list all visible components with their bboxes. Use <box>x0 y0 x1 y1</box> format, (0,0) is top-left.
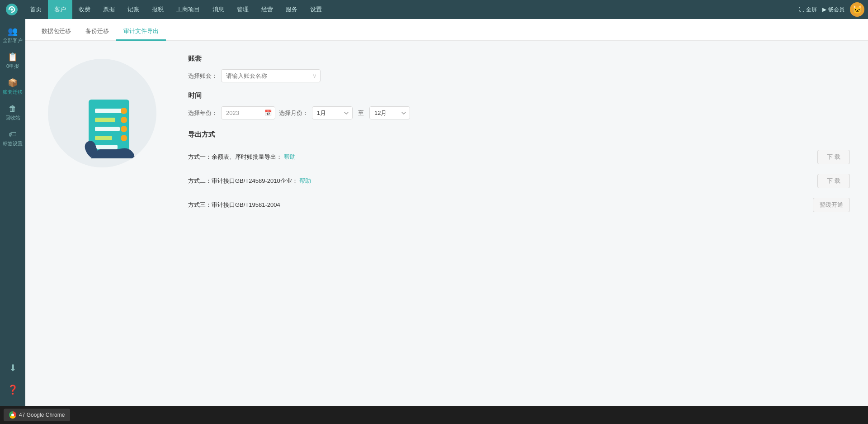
export-method-3-label: 方式三：审计接口GB/T19581-2004 <box>188 201 813 209</box>
month-start-wrapper: 1月2月3月4月 5月6月7月8月 9月10月11月12月 <box>312 106 353 119</box>
left-sidebar: 👥 全部客户 📋 0申报 📦 账套迁移 🗑 回收站 🏷 标签设置 ⬇ ❓ <box>0 19 25 406</box>
year-input-wrapper: 📅 <box>221 106 275 119</box>
svg-rect-6 <box>95 136 112 140</box>
help-sidebar-icon[interactable]: ❓ <box>4 381 22 399</box>
nav-tax[interactable]: 报税 <box>146 0 170 19</box>
nav-menu: 首页 客户 收费 票据 记账 报税 工商项目 消息 管理 经营 服务 设置 <box>24 0 799 19</box>
account-section-title: 账套 <box>188 54 850 63</box>
nav-billing[interactable]: 收费 <box>72 0 97 19</box>
nav-operation[interactable]: 经营 <box>255 0 279 19</box>
svg-point-8 <box>121 108 127 114</box>
content-area: 数据包迁移 备份迁移 审计文件导出 <box>25 19 868 406</box>
download-sidebar-icon[interactable]: ⬇ <box>5 359 20 377</box>
tab-backup-migration[interactable]: 备份迁移 <box>78 23 116 41</box>
tag-settings-icon: 🏷 <box>9 130 17 138</box>
fullscreen-icon: ⛶ <box>799 6 804 13</box>
illustration-circle <box>48 59 156 167</box>
tabs-bar: 数据包迁移 备份迁移 审计文件导出 <box>25 19 868 41</box>
sidebar-item-label: 标签设置 <box>3 140 23 147</box>
svg-rect-3 <box>95 109 123 113</box>
tab-data-migration[interactable]: 数据包迁移 <box>34 23 78 41</box>
svg-point-10 <box>121 126 127 132</box>
vip-icon: ▶ <box>822 6 826 13</box>
time-row: 选择年份： 📅 选择月份： 1月2月3月4月 5月6月7月8月 9月10月11月… <box>188 106 850 119</box>
taskbar-chrome-item[interactable]: 47 Google Chrome <box>4 409 70 421</box>
sidebar-item-label: 全部客户 <box>3 37 23 44</box>
main-layout: 👥 全部客户 📋 0申报 📦 账套迁移 🗑 回收站 🏷 标签设置 ⬇ ❓ 数据包… <box>0 19 868 406</box>
vip-button[interactable]: ▶ 畅会员 <box>822 6 844 14</box>
nav-invoice[interactable]: 票据 <box>97 0 121 19</box>
recycle-icon: 🗑 <box>9 105 17 113</box>
svg-point-1 <box>11 9 13 11</box>
export-method-2-download-button[interactable]: 下 载 <box>817 174 850 188</box>
illustration-area <box>43 54 161 172</box>
nav-bookkeeping[interactable]: 记账 <box>121 0 146 19</box>
sidebar-item-tag-settings[interactable]: 🏷 标签设置 <box>0 126 25 152</box>
sidebar-item-account-migration[interactable]: 📦 账套迁移 <box>0 74 25 100</box>
month-label: 选择月份： <box>279 109 308 117</box>
nav-message[interactable]: 消息 <box>206 0 231 19</box>
taskbar-item-label: 47 Google Chrome <box>19 412 65 418</box>
sidebar-bottom-area: ⬇ ❓ <box>4 359 22 406</box>
export-method-1-row: 方式一：余额表、序时账批量导出： 帮助 下 载 <box>188 145 850 169</box>
export-method-1-label: 方式一：余额表、序时账批量导出： 帮助 <box>188 153 817 161</box>
time-section-title: 时间 <box>188 91 850 100</box>
top-navigation: 首页 客户 收费 票据 记账 报税 工商项目 消息 管理 经营 服务 设置 ⛶ … <box>0 0 868 19</box>
export-method-3-row: 方式三：审计接口GB/T19581-2004 暂缓开通 <box>188 193 850 217</box>
export-method-3-vip-button[interactable]: 暂缓开通 <box>813 198 850 212</box>
form-section: 账套 选择账套： ∨ 时间 选择年份： 📅 <box>188 54 850 217</box>
nav-customers[interactable]: 客户 <box>48 0 72 19</box>
chrome-icon <box>9 411 16 419</box>
sidebar-item-recycle[interactable]: 🗑 回收站 <box>0 100 25 126</box>
svg-rect-4 <box>95 118 115 122</box>
month-end-select[interactable]: 1月2月3月4月 5月6月7月8月 9月10月11月12月 <box>369 106 410 119</box>
export-method-1-help-link[interactable]: 帮助 <box>284 153 296 160</box>
nav-management[interactable]: 管理 <box>231 0 255 19</box>
account-input[interactable] <box>221 69 321 82</box>
export-method-2-label: 方式二：审计接口GB/T24589-2010企业： 帮助 <box>188 177 817 185</box>
account-migration-icon: 📦 <box>8 79 18 87</box>
taskbar: 47 Google Chrome <box>0 406 868 424</box>
export-method-2-row: 方式二：审计接口GB/T24589-2010企业： 帮助 下 载 <box>188 169 850 193</box>
app-logo <box>4 1 20 18</box>
vip-label: 畅会员 <box>828 6 844 14</box>
svg-point-9 <box>121 117 127 123</box>
sidebar-item-zero-declaration[interactable]: 📋 0申报 <box>0 48 25 74</box>
time-separator: 至 <box>356 109 366 117</box>
sidebar-item-label: 0申报 <box>6 63 19 70</box>
page-content: 账套 选择账套： ∨ 时间 选择年份： 📅 <box>25 41 868 406</box>
year-label: 选择年份： <box>188 109 217 117</box>
export-section-title: 导出方式 <box>188 130 850 139</box>
sidebar-item-label: 回收站 <box>5 114 20 121</box>
svg-rect-7 <box>95 145 118 149</box>
nav-settings[interactable]: 设置 <box>304 0 328 19</box>
user-avatar[interactable]: 🐱 <box>850 2 864 17</box>
nav-right-area: ⛶ 全屏 ▶ 畅会员 🐱 <box>799 2 864 17</box>
month-start-select[interactable]: 1月2月3月4月 5月6月7月8月 9月10月11月12月 <box>312 106 353 119</box>
account-input-wrapper: ∨ <box>221 69 321 82</box>
tab-audit-export[interactable]: 审计文件导出 <box>116 23 166 41</box>
zero-declaration-icon: 📋 <box>8 53 18 61</box>
month-end-wrapper: 1月2月3月4月 5月6月7月8月 9月10月11月12月 <box>369 106 410 119</box>
fullscreen-button[interactable]: ⛶ 全屏 <box>799 6 817 14</box>
export-method-2-help-link[interactable]: 帮助 <box>299 177 311 184</box>
nav-home[interactable]: 首页 <box>24 0 48 19</box>
svg-point-11 <box>121 135 127 141</box>
fullscreen-label: 全屏 <box>806 6 817 14</box>
account-label: 选择账套： <box>188 72 217 80</box>
account-row: 选择账套： ∨ <box>188 69 850 82</box>
sidebar-item-all-customers[interactable]: 👥 全部客户 <box>0 23 25 48</box>
nav-business[interactable]: 工商项目 <box>170 0 206 19</box>
avatar-icon: 🐱 <box>852 5 862 14</box>
nav-service[interactable]: 服务 <box>279 0 304 19</box>
year-input[interactable] <box>221 106 275 119</box>
form-panel: 账套 选择账套： ∨ 时间 选择年份： 📅 <box>43 54 850 217</box>
export-methods-section: 导出方式 方式一：余额表、序时账批量导出： 帮助 下 载 <box>188 130 850 217</box>
export-method-1-download-button[interactable]: 下 载 <box>817 150 850 164</box>
all-customers-icon: 👥 <box>8 27 18 35</box>
sidebar-item-label: 账套迁移 <box>3 89 23 95</box>
svg-rect-5 <box>95 127 120 131</box>
